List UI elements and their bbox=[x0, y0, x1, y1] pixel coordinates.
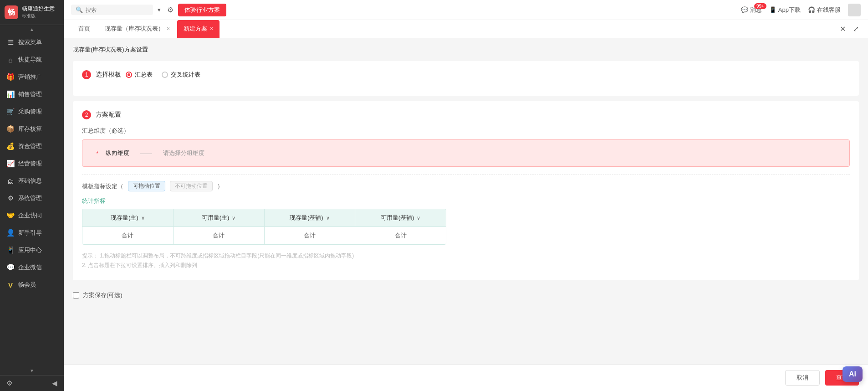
sidebar-item-search-menu[interactable]: ☰ 搜索菜单 bbox=[0, 34, 64, 51]
tip-line-1: 提示： 1.拖动标题栏可以调整布局，不可跨维度或指标区域拖动栏目字段(只能在同一… bbox=[82, 252, 850, 260]
app-download-button[interactable]: 📱 App下载 bbox=[769, 6, 801, 14]
topbar-right: 💬 消息 99+ 📱 App下载 🎧 在线客服 bbox=[741, 4, 861, 16]
online-service-button[interactable]: 🎧 在线客服 bbox=[808, 6, 841, 14]
stats-col-header-0[interactable]: 现存量(主) ∨ bbox=[82, 209, 174, 226]
sidebar-item-label: 畅会员 bbox=[18, 281, 36, 289]
sidebar-item-cooperation[interactable]: 🤝 企业协同 bbox=[0, 207, 64, 224]
tab-new-scheme-close[interactable]: × bbox=[210, 26, 213, 32]
stats-col-header-1[interactable]: 可用量(主) ∨ bbox=[174, 209, 265, 226]
sidebar-item-marketing[interactable]: 🎁 营销推广 bbox=[0, 68, 64, 86]
ai-fab-button[interactable]: Ai bbox=[842, 366, 863, 382]
topbar-search-box[interactable]: 🔍 bbox=[71, 5, 153, 15]
search-input[interactable] bbox=[86, 7, 140, 13]
save-scheme-row: 方案保存(可选) bbox=[73, 286, 859, 305]
dimension-dash: —— bbox=[140, 150, 152, 157]
tab-home[interactable]: 首页 bbox=[71, 20, 97, 38]
sidebar-nav: ☰ 搜索菜单 ⌂ 快捷导航 🎁 营销推广 📊 销售管理 🛒 采购管理 📦 库存核… bbox=[0, 34, 64, 366]
sales-icon: 📊 bbox=[6, 90, 15, 98]
sidebar-logo: 畅 畅康通好生意 标准版 bbox=[0, 0, 64, 25]
dimension-section-label: 汇总维度（必选） bbox=[82, 127, 850, 135]
tips-section: 提示： 1.拖动标题栏可以调整布局，不可跨维度或指标区域拖动栏目字段(只能在同一… bbox=[82, 252, 850, 269]
sidebar-item-purchase[interactable]: 🛒 采购管理 bbox=[0, 103, 64, 120]
topbar: 🔍 ▾ ⚙ 体验行业方案 💬 消息 99+ 📱 App下载 🎧 在线客服 bbox=[64, 0, 868, 20]
save-scheme-checkbox[interactable] bbox=[73, 292, 79, 298]
sidebar-item-operation[interactable]: 📈 经营管理 bbox=[0, 155, 64, 172]
trial-button[interactable]: 体验行业方案 bbox=[178, 4, 226, 16]
radio-cross[interactable]: 交叉统计表 bbox=[162, 71, 200, 79]
window-close-button[interactable]: ✕ bbox=[838, 23, 848, 35]
chevron-down-icon-0: ∨ bbox=[141, 215, 145, 221]
tab-new-scheme[interactable]: 新建方案 × bbox=[177, 20, 220, 38]
stats-col-body-0: 合计 bbox=[82, 226, 174, 244]
topbar-dropdown-button[interactable]: ▾ bbox=[158, 6, 161, 13]
finance-icon: 💰 bbox=[6, 142, 15, 150]
tip-2-text: 2. 点击标题栏下拉可设置排序、插入列和删除列 bbox=[82, 262, 197, 268]
sidebar-scroll-down[interactable]: ▼ bbox=[0, 366, 64, 375]
sidebar-scroll-up[interactable]: ▲ bbox=[0, 25, 64, 34]
footer-settings-icon[interactable]: ⚙ bbox=[6, 379, 12, 387]
service-icon: 🎧 bbox=[808, 6, 815, 13]
sidebar-item-quick-nav[interactable]: ⌂ 快捷导航 bbox=[0, 51, 64, 68]
sidebar-item-label: 快捷导航 bbox=[18, 56, 42, 64]
sidebar-item-member[interactable]: V 畅会员 bbox=[0, 276, 64, 293]
sidebar-item-sales[interactable]: 📊 销售管理 bbox=[0, 86, 64, 103]
quick-nav-icon: ⌂ bbox=[6, 56, 15, 64]
stats-col-label-1: 可用量(主) bbox=[202, 214, 230, 222]
sidebar-item-app-center[interactable]: 📱 应用中心 bbox=[0, 242, 64, 259]
dimension-box[interactable]: * 纵向维度 —— 请选择分组维度 bbox=[82, 139, 850, 167]
marketing-icon: 🎁 bbox=[6, 73, 15, 81]
sidebar-item-new-guide[interactable]: 👤 新手引导 bbox=[0, 224, 64, 242]
radio-summary-label: 汇总表 bbox=[135, 71, 153, 79]
page-title: 现存量(库存状况表)方案设置 bbox=[73, 46, 859, 54]
search-menu-icon: ☰ bbox=[6, 38, 15, 46]
tabs-bar: 首页 现存量（库存状况表） × 新建方案 × ✕ ⤢ bbox=[64, 20, 868, 38]
sidebar-item-basic-info[interactable]: 🗂 基础信息 bbox=[0, 172, 64, 190]
inventory-icon: 📦 bbox=[6, 125, 15, 133]
tip-line-2: 2. 点击标题栏下拉可设置排序、插入列和删除列 bbox=[82, 262, 850, 269]
sidebar-item-label: 基础信息 bbox=[18, 177, 42, 185]
step2-badge: 2 bbox=[82, 110, 91, 119]
cancel-button[interactable]: 取消 bbox=[785, 370, 820, 386]
tips-title: 提示： bbox=[82, 252, 98, 259]
sidebar-item-finance[interactable]: 💰 资金管理 bbox=[0, 138, 64, 155]
step2-card: 2 方案配置 汇总维度（必选） * 纵向维度 —— 请选择分组维度 模板指标设定… bbox=[73, 101, 859, 280]
radio-summary-circle bbox=[126, 72, 132, 78]
stats-col-label-2: 现存量(基辅) bbox=[290, 214, 323, 222]
topbar-settings-icon[interactable]: ⚙ bbox=[167, 5, 174, 14]
stats-table: 现存量(主) ∨ 可用量(主) ∨ 现存量(基辅) ∨ 可用量(基辅) ∨ bbox=[82, 209, 446, 245]
chevron-down-icon-3: ∨ bbox=[417, 215, 420, 221]
window-expand-button[interactable]: ⤢ bbox=[851, 23, 861, 35]
chevron-down-icon-2: ∨ bbox=[326, 215, 330, 221]
user-avatar[interactable] bbox=[848, 4, 861, 16]
online-service-label: 在线客服 bbox=[817, 6, 841, 14]
sidebar-footer: ⚙ ◀ bbox=[0, 375, 64, 391]
step2-title: 方案配置 bbox=[96, 111, 121, 119]
sidebar-item-system[interactable]: ⚙ 系统管理 bbox=[0, 190, 64, 207]
logo-icon: 畅 bbox=[5, 5, 18, 19]
sidebar-item-label: 采购管理 bbox=[18, 108, 42, 116]
message-badge: 99+ bbox=[754, 3, 766, 9]
purchase-icon: 🛒 bbox=[6, 108, 15, 116]
tab-inventory-status[interactable]: 现存量（库存状况表） × bbox=[97, 20, 177, 38]
stats-col-header-3[interactable]: 可用量(基辅) ∨ bbox=[355, 209, 446, 226]
dimension-placeholder: 请选择分组维度 bbox=[163, 149, 204, 157]
content-area: 现存量(库存状况表)方案设置 1 选择模板 汇总表 交叉统计表 bbox=[64, 38, 868, 364]
bottom-bar: 取消 查询 bbox=[64, 364, 868, 391]
tab-home-label: 首页 bbox=[78, 25, 90, 33]
radio-cross-circle bbox=[162, 72, 168, 78]
footer-toggle-icon[interactable]: ◀ bbox=[52, 379, 57, 387]
sidebar-item-inventory[interactable]: 📦 库存核算 bbox=[0, 120, 64, 138]
stats-col-label-0: 现存量(主) bbox=[111, 214, 138, 222]
stats-col-header-2[interactable]: 现存量(基辅) ∨ bbox=[265, 209, 356, 226]
dimension-label: 纵向维度 bbox=[106, 149, 129, 157]
radio-cross-label: 交叉统计表 bbox=[171, 71, 200, 79]
main-area: 🔍 ▾ ⚙ 体验行业方案 💬 消息 99+ 📱 App下载 🎧 在线客服 bbox=[64, 0, 868, 391]
logo-text: 畅康通好生意 bbox=[22, 5, 55, 13]
step1-title: 选择模板 bbox=[96, 71, 121, 79]
radio-summary[interactable]: 汇总表 bbox=[126, 71, 153, 79]
sidebar-item-label: 企业协同 bbox=[18, 211, 42, 220]
save-scheme-label: 方案保存(可选) bbox=[83, 291, 123, 299]
message-button[interactable]: 💬 消息 99+ bbox=[741, 6, 762, 14]
tab-inventory-close[interactable]: × bbox=[167, 26, 170, 32]
sidebar-item-wechat[interactable]: 💬 企业微信 bbox=[0, 259, 64, 276]
